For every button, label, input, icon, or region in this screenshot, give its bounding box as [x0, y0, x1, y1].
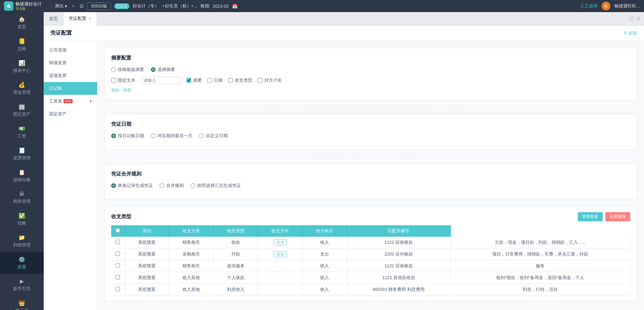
tag-button[interactable]: 置顶: [273, 239, 287, 245]
fixed-text-checkbox[interactable]: 固定文本: [111, 77, 135, 83]
row-tag[interactable]: 置顶: [258, 237, 302, 248]
row-account: 660301 财务费用 利息费用: [347, 284, 450, 296]
summary-check[interactable]: [186, 78, 191, 83]
row-direction: 收入: [302, 237, 347, 248]
row-checkbox[interactable]: [111, 237, 125, 248]
date-checkbox[interactable]: 日期: [207, 77, 223, 83]
sidebar-item-assets[interactable]: 🏢 固定资产: [0, 100, 44, 121]
close-books-icon: ✅: [18, 212, 25, 219]
template-summary-option[interactable]: 按模板版摘要: [111, 67, 144, 73]
user-name: 畅捷通旺旺...: [614, 3, 640, 9]
row-checkbox[interactable]: [111, 248, 125, 260]
refresh-icon: ↻: [624, 31, 627, 36]
last-day-radio[interactable]: [151, 133, 156, 138]
row-keywords: 欠款，现金，项目款，到款，报销款，汇入，...: [450, 237, 630, 248]
sidebar-item-close[interactable]: ✅ 结账: [0, 208, 44, 230]
avatar: 旺: [602, 2, 610, 10]
row-direction: 支出: [302, 248, 347, 260]
left-nav-public[interactable]: 公共选项: [44, 44, 97, 56]
row-checkbox[interactable]: [111, 260, 125, 272]
sidebar-item-tax[interactable]: 🏛 税务管理: [0, 187, 44, 208]
maximize-icon[interactable]: ⊡: [636, 16, 640, 21]
row-checkbox[interactable]: [111, 272, 125, 284]
diary-date-option[interactable]: 按日记账日期: [111, 133, 144, 139]
fixed-text-input[interactable]: [141, 77, 181, 84]
sidebar: 🏠 首页 📒 总账 📊 报表中心 💰 资金管理 🏢 固定资产 💵 工资 🧾 发票…: [0, 12, 44, 310]
row-keywords: 收到*借款，收到*备用金，退回*备用金，个人: [450, 272, 630, 284]
single-record-radio[interactable]: [111, 183, 116, 188]
minimize-icon[interactable]: ⬜: [628, 16, 634, 21]
single-record-option[interactable]: 单条记录生成凭证: [111, 183, 153, 189]
row-big-type: 收入其他: [169, 272, 213, 284]
row-tag[interactable]: [258, 284, 302, 296]
merge-rules-title: 凭证合并规则: [111, 171, 630, 177]
update-btn[interactable]: 更新数量: [578, 212, 603, 221]
left-nav-payroll[interactable]: 工资表 NEW ▾: [44, 95, 97, 108]
counterparty-check[interactable]: [258, 78, 262, 83]
fixed-text-check[interactable]: [111, 78, 116, 83]
custom-date-option[interactable]: 自定义日期: [199, 133, 228, 139]
merge-rule-option[interactable]: 合并规则: [160, 183, 184, 189]
tab-voucher-config[interactable]: 凭证配置 ✕: [63, 12, 97, 26]
th-checkbox[interactable]: [111, 225, 125, 237]
tag-button[interactable]: 置顶: [273, 251, 287, 257]
row-checkbox[interactable]: [111, 284, 125, 296]
left-nav-sales-invoice[interactable]: 销项发票: [44, 56, 97, 69]
tab-home[interactable]: 首页: [44, 12, 63, 26]
sidebar-item-funds[interactable]: 💰 资金管理: [0, 78, 44, 100]
left-nav-purchase-invoice[interactable]: 进项发票: [44, 69, 97, 82]
row-keywords: 服务: [450, 260, 630, 272]
summary-generate-option[interactable]: 按照选择汇总生成凭证: [190, 183, 241, 189]
assets-icon: 🏢: [18, 104, 25, 110]
sidebar-item-home[interactable]: 🏠 首页: [0, 12, 44, 34]
date-check[interactable]: [207, 78, 212, 83]
counterparty-checkbox[interactable]: 对方户名: [258, 77, 282, 83]
th-category: 类别: [125, 225, 169, 237]
sidebar-item-invoices[interactable]: 🧾 发票管理: [0, 143, 44, 165]
expense-type-checkbox[interactable]: 收支类型: [228, 77, 252, 83]
sidebar-item-archive[interactable]: 📁 归档管理: [0, 230, 44, 252]
row-tag[interactable]: [258, 272, 302, 284]
summary-radio-group: 按模板版摘要 选择摘要: [111, 67, 630, 73]
table-row: 系统预置 收入其他 个人收款 收入 1221 其他应收款 收到*借款，收到*备用…: [111, 272, 630, 284]
sidebar-item-guide[interactable]: ▶ 新手引导: [0, 274, 44, 296]
refresh-button[interactable]: ↻ 刷新: [624, 30, 637, 36]
template-summary-radio[interactable]: [111, 67, 116, 72]
diary-date-radio[interactable]: [111, 133, 116, 138]
tab-bar: 首页 凭证配置 ✕ ⬜ ⊡: [44, 12, 644, 26]
tab-close-icon[interactable]: ✕: [88, 16, 91, 21]
period-label: 账期: [201, 3, 209, 9]
select-summary-radio[interactable]: [151, 67, 156, 72]
sidebar-item-purchase-sales[interactable]: 📋 进销台账: [0, 165, 44, 187]
row-tag[interactable]: 置顶: [258, 248, 302, 260]
divider-2: [104, 157, 637, 157]
sidebar-item-ledger[interactable]: 📒 总账: [0, 34, 44, 56]
consult-label[interactable]: 人工咨询: [580, 3, 598, 9]
table-row: 系统预置 采购相关 付款 置顶 支出 2202 应付账款 项目，日常费用，报销款…: [111, 248, 630, 260]
topbar-divider: [51, 3, 51, 9]
switch-btn[interactable]: 切到旧版: [87, 2, 111, 10]
left-nav-fixed-assets[interactable]: 固定资产: [44, 108, 97, 120]
select-all-checkbox[interactable]: [116, 228, 120, 233]
custom-date-radio[interactable]: [199, 133, 204, 138]
test-item[interactable]: 测试 ▾: [55, 3, 67, 9]
summary-checkbox[interactable]: 摘要: [186, 77, 202, 83]
expense-type-check[interactable]: [228, 78, 233, 83]
table-actions: 更新数量 批量删除: [578, 212, 630, 221]
settings-icon[interactable]: ⚙: [79, 3, 84, 9]
last-day-option[interactable]: 对应期间最后一天: [151, 133, 192, 139]
sidebar-item-reports[interactable]: 📊 报表中心: [0, 56, 44, 78]
select-summary-option[interactable]: 选择摘要: [151, 67, 175, 73]
row-account: 2202 应付账款: [347, 248, 450, 260]
calendar-icon: 📅: [232, 4, 238, 9]
sidebar-item-membership[interactable]: 👑 畅会员: [0, 296, 44, 310]
summary-generate-radio[interactable]: [190, 183, 195, 188]
period-value: 2023-02: [213, 4, 229, 9]
merge-rule-radio[interactable]: [160, 183, 164, 188]
add-icon[interactable]: ＋: [71, 3, 76, 10]
sidebar-item-salary[interactable]: 💵 工资: [0, 121, 44, 143]
delete-btn[interactable]: 批量删除: [605, 212, 630, 221]
row-tag[interactable]: [258, 260, 302, 272]
left-nav-diary[interactable]: 日记账: [44, 82, 97, 95]
sidebar-item-settings[interactable]: ⚙️ 设置: [0, 252, 44, 274]
